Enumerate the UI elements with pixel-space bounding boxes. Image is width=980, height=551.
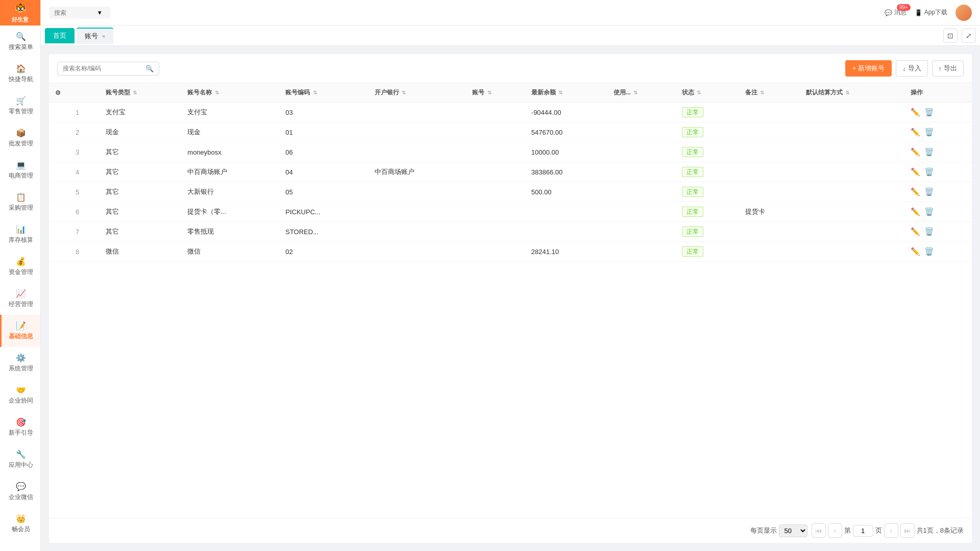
sidebar-label-3: 批发管理 [9, 140, 33, 147]
edit-icon-4[interactable]: ✏️ [911, 187, 920, 196]
col-name[interactable]: 账号名称 ⇅ [181, 83, 279, 103]
row-account-2 [466, 142, 525, 162]
last-page-button[interactable]: ⏭ [900, 523, 915, 538]
sidebar-item-15[interactable]: 👑畅会员 [0, 508, 40, 540]
row-settlement-0 [800, 103, 905, 122]
col-account[interactable]: 账号 ⇅ [466, 83, 525, 103]
col-bank[interactable]: 开户银行 ⇅ [369, 83, 467, 103]
prev-page-button[interactable]: ‹ [828, 523, 842, 538]
delete-icon-4[interactable]: 🗑️ [924, 187, 934, 196]
edit-icon-1[interactable]: ✏️ [911, 128, 920, 137]
sidebar-item-3[interactable]: 📦批发管理 [0, 122, 40, 154]
sidebar-icon-9: 📝 [6, 321, 36, 331]
sidebar-icon-6: 📊 [6, 224, 36, 234]
row-code-6: STORED... [279, 222, 368, 242]
tab-home[interactable]: 首页 [45, 28, 75, 43]
edit-icon-2[interactable]: ✏️ [911, 147, 920, 157]
sidebar-item-9[interactable]: 📝基础信息 [0, 315, 40, 347]
edit-icon-7[interactable]: ✏️ [911, 247, 920, 256]
per-page-select[interactable]: 50 20 100 [779, 524, 807, 537]
sidebar-item-4[interactable]: 💻电商管理 [0, 154, 40, 186]
import-button[interactable]: ↓ 导入 [896, 60, 928, 77]
row-remark-3 [739, 162, 800, 182]
account-search-input[interactable] [63, 65, 142, 72]
table-row: 5 其它 大新银行 05 500.00 正常 ✏️ 🗑️ [49, 182, 972, 202]
delete-icon-1[interactable]: 🗑️ [924, 128, 934, 137]
top-search-icon: ▾ [98, 9, 102, 16]
edit-icon-5[interactable]: ✏️ [911, 207, 920, 216]
sidebar-item-13[interactable]: 🔧应用中心 [0, 443, 40, 475]
row-index-5: 6 [69, 202, 100, 222]
tab-home-label: 首页 [53, 31, 66, 40]
delete-icon-2[interactable]: 🗑️ [924, 147, 934, 157]
edit-icon-3[interactable]: ✏️ [911, 167, 920, 177]
export-button[interactable]: ↑ 导出 [932, 60, 964, 77]
sidebar-label-13: 应用中心 [9, 461, 33, 468]
delete-icon-3[interactable]: 🗑️ [924, 167, 934, 177]
export-icon: ↑ [939, 65, 942, 72]
sidebar-item-12[interactable]: 🎯新手引导 [0, 411, 40, 443]
col-balance[interactable]: 最新余额 ⇅ [525, 83, 607, 103]
user-avatar[interactable] [955, 5, 972, 21]
row-type-1: 现金 [100, 122, 182, 142]
sidebar-item-1[interactable]: 🏠快捷导航 [0, 58, 40, 90]
sidebar-label-15: 畅会员 [12, 525, 30, 533]
row-status-7: 正常 [676, 242, 739, 262]
col-usage[interactable]: 使用... ⇅ [607, 83, 676, 103]
tab-expand-button[interactable]: ⤢ [962, 29, 976, 43]
first-page-button[interactable]: ⏮ [812, 523, 826, 538]
sidebar-item-10[interactable]: ⚙️系统管理 [0, 347, 40, 379]
row-usage-5 [607, 202, 676, 222]
sidebar-item-11[interactable]: 🤝企业协同 [0, 379, 40, 411]
per-page-label: 每页显示 [750, 526, 777, 535]
col-gear[interactable]: ⚙ [49, 83, 69, 103]
row-settlement-2 [800, 142, 905, 162]
row-code-7: 02 [279, 242, 368, 262]
top-search-box[interactable]: ▾ [49, 7, 110, 18]
sidebar-item-8[interactable]: 📈经营管理 [0, 283, 40, 315]
col-status[interactable]: 状态 ⇅ [676, 83, 739, 103]
sidebar-item-2[interactable]: 🛒零售管理 [0, 90, 40, 122]
row-type-7: 微信 [100, 242, 182, 262]
row-account-1 [466, 122, 525, 142]
edit-icon-6[interactable]: ✏️ [911, 227, 920, 236]
row-bank-4 [369, 182, 467, 202]
account-search-box[interactable]: 🔍 [57, 62, 159, 76]
row-usage-3 [607, 162, 676, 182]
edit-icon-0[interactable]: ✏️ [911, 108, 920, 117]
row-actions-7: ✏️ 🗑️ [904, 242, 972, 262]
sidebar-item-5[interactable]: 📋采购管理 [0, 186, 40, 218]
sidebar-icon-11: 🤝 [6, 385, 36, 395]
app-name: 好生意 [12, 16, 29, 23]
table-row: 2 现金 现金 01 547670.00 正常 ✏️ 🗑️ [49, 122, 972, 142]
delete-icon-7[interactable]: 🗑️ [924, 247, 934, 256]
sidebar-item-6[interactable]: 📊库存核算 [0, 218, 40, 251]
col-default-settlement[interactable]: 默认结算方式 ⇅ [800, 83, 905, 103]
page-number-input[interactable] [853, 525, 873, 537]
delete-icon-5[interactable]: 🗑️ [924, 207, 934, 216]
table-row: 8 微信 微信 02 28241.10 正常 ✏️ 🗑️ [49, 242, 972, 262]
sidebar-item-0[interactable]: 🔍搜索菜单 [0, 26, 40, 58]
tab-minimize-button[interactable]: ⊡ [943, 29, 958, 43]
sidebar-item-7[interactable]: 💰资金管理 [0, 251, 40, 283]
messages-button[interactable]: 💬 消息 99+ [885, 8, 906, 17]
sidebar-item-14[interactable]: 💬企业微信 [0, 475, 40, 508]
tab-account[interactable]: 账号 × [77, 28, 113, 44]
tab-account-close[interactable]: × [102, 33, 105, 39]
top-search-input[interactable] [54, 9, 95, 16]
add-account-button[interactable]: + 新增账号 [845, 60, 892, 77]
delete-icon-0[interactable]: 🗑️ [924, 108, 934, 117]
row-code-0: 03 [279, 103, 368, 122]
next-page-button[interactable]: › [884, 523, 898, 538]
row-bank-1 [369, 122, 467, 142]
row-account-5 [466, 202, 525, 222]
app-download-button[interactable]: 📱 App下载 [915, 8, 947, 17]
row-index-0: 1 [69, 103, 100, 122]
col-code[interactable]: 账号编码 ⇅ [279, 83, 368, 103]
col-type[interactable]: 账号类型 ⇅ [100, 83, 182, 103]
delete-icon-6[interactable]: 🗑️ [924, 227, 934, 236]
row-usage-4 [607, 182, 676, 202]
col-remark[interactable]: 备注 ⇅ [739, 83, 800, 103]
sidebar-icon-14: 💬 [6, 482, 36, 491]
row-actions-3: ✏️ 🗑️ [904, 162, 972, 182]
